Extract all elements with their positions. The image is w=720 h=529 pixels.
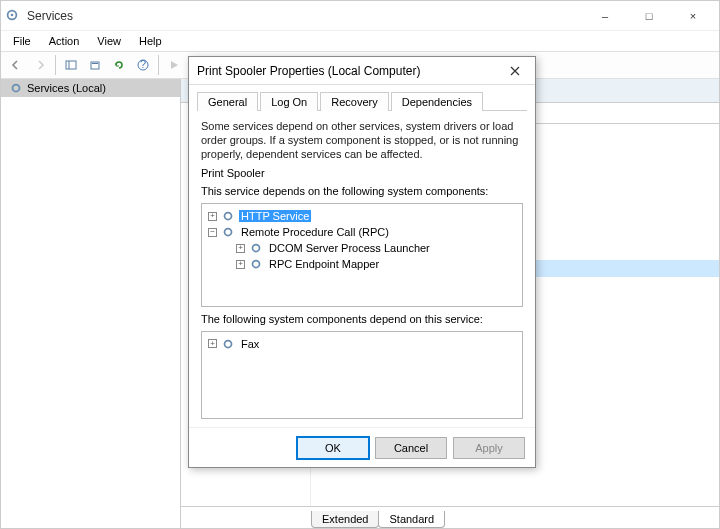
- tab-general[interactable]: General: [197, 92, 258, 111]
- apply-button[interactable]: Apply: [453, 437, 525, 459]
- refresh-button[interactable]: [108, 54, 130, 76]
- close-icon: [510, 66, 520, 76]
- close-button[interactable]: ×: [671, 2, 715, 30]
- svg-point-15: [225, 229, 232, 236]
- dep-dcom[interactable]: + DCOM Server Process Launcher: [206, 240, 518, 256]
- dependencies-description: Some services depend on other services, …: [201, 119, 523, 161]
- dep-rpc-endpoint[interactable]: + RPC Endpoint Mapper: [206, 256, 518, 272]
- dep-rpc[interactable]: − Remote Procedure Call (RPC): [206, 224, 518, 240]
- menu-view[interactable]: View: [89, 33, 129, 49]
- dep-label: HTTP Service: [239, 210, 311, 222]
- svg-point-1: [11, 13, 14, 16]
- svg-point-14: [225, 213, 232, 220]
- services-icon: [5, 8, 21, 24]
- dep-label: Remote Procedure Call (RPC): [239, 226, 391, 238]
- menu-help[interactable]: Help: [131, 33, 170, 49]
- depends-on-tree[interactable]: + HTTP Service − Remote Procedure Call (…: [201, 203, 523, 307]
- dialog-buttons: OK Cancel Apply: [189, 427, 535, 467]
- svg-point-16: [253, 245, 260, 252]
- dialog-service-name: Print Spooler: [201, 167, 523, 179]
- dep-fax[interactable]: + Fax: [206, 336, 518, 352]
- gear-icon: [9, 81, 23, 95]
- gear-icon: [249, 241, 263, 255]
- maximize-button[interactable]: □: [627, 2, 671, 30]
- toolbar-separator: [158, 55, 159, 75]
- svg-point-17: [253, 261, 260, 268]
- export-button[interactable]: [84, 54, 106, 76]
- menubar: File Action View Help: [1, 31, 719, 51]
- gear-icon: [249, 257, 263, 271]
- collapse-icon[interactable]: −: [208, 228, 217, 237]
- svg-rect-2: [66, 61, 76, 69]
- menu-action[interactable]: Action: [41, 33, 88, 49]
- expand-icon[interactable]: +: [236, 244, 245, 253]
- start-button[interactable]: [163, 54, 185, 76]
- svg-rect-5: [92, 63, 98, 64]
- tree-services-local[interactable]: Services (Local): [1, 79, 180, 97]
- help-button[interactable]: ?: [132, 54, 154, 76]
- dependents-label: The following system components depend o…: [201, 313, 523, 325]
- svg-point-18: [225, 340, 232, 347]
- show-hide-button[interactable]: [60, 54, 82, 76]
- depends-on-label: This service depends on the following sy…: [201, 185, 523, 197]
- tab-standard[interactable]: Standard: [378, 511, 445, 528]
- dialog-close-button[interactable]: [503, 61, 527, 81]
- dialog-titlebar[interactable]: Print Spooler Properties (Local Computer…: [189, 57, 535, 85]
- dialog-tabs: General Log On Recovery Dependencies: [189, 85, 535, 110]
- dep-label: DCOM Server Process Launcher: [267, 242, 432, 254]
- tab-dependencies[interactable]: Dependencies: [391, 92, 483, 111]
- svg-point-12: [13, 85, 20, 92]
- minimize-button[interactable]: –: [583, 2, 627, 30]
- gear-icon: [221, 337, 235, 351]
- cancel-button[interactable]: Cancel: [375, 437, 447, 459]
- properties-dialog[interactable]: Print Spooler Properties (Local Computer…: [188, 56, 536, 468]
- back-button[interactable]: [5, 54, 27, 76]
- window-title: Services: [27, 9, 583, 23]
- dep-label: RPC Endpoint Mapper: [267, 258, 381, 270]
- tab-recovery[interactable]: Recovery: [320, 92, 388, 111]
- gear-icon: [221, 209, 235, 223]
- dialog-title: Print Spooler Properties (Local Computer…: [197, 64, 503, 78]
- toolbar-separator: [55, 55, 56, 75]
- forward-button[interactable]: [29, 54, 51, 76]
- svg-text:?: ?: [140, 59, 146, 70]
- console-tree[interactable]: Services (Local): [1, 79, 181, 528]
- dep-http-service[interactable]: + HTTP Service: [206, 208, 518, 224]
- bottom-tabs: Extended Standard: [181, 506, 719, 528]
- menu-file[interactable]: File: [5, 33, 39, 49]
- dep-label: Fax: [239, 338, 261, 350]
- expand-icon[interactable]: +: [208, 339, 217, 348]
- gear-icon: [221, 225, 235, 239]
- tab-logon[interactable]: Log On: [260, 92, 318, 111]
- dependents-tree[interactable]: + Fax: [201, 331, 523, 419]
- titlebar[interactable]: Services – □ ×: [1, 1, 719, 31]
- expand-icon[interactable]: +: [208, 212, 217, 221]
- expand-icon[interactable]: +: [236, 260, 245, 269]
- tab-extended[interactable]: Extended: [311, 511, 379, 528]
- tree-root-label: Services (Local): [27, 82, 106, 94]
- ok-button[interactable]: OK: [297, 437, 369, 459]
